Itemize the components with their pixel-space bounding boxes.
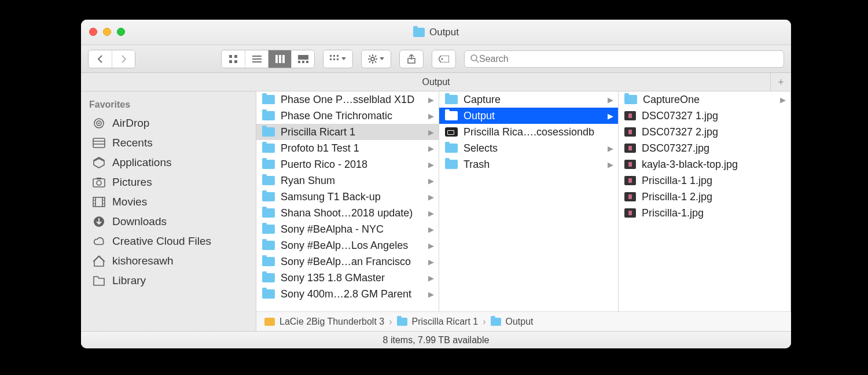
file-row[interactable]: Priscilla Rica….cosessiondb [439, 124, 618, 140]
search-input[interactable] [479, 54, 778, 64]
sidebar-item-label: Pictures [112, 176, 152, 189]
svg-rect-14 [330, 55, 332, 57]
column-2[interactable]: Capture▶Output▶Priscilla Rica….cosession… [439, 91, 619, 331]
folder-icon [262, 111, 275, 120]
sidebar-item-label: Movies [112, 196, 147, 208]
svg-point-40 [97, 181, 101, 185]
file-row[interactable]: Sony #BeAlpha - NYC▶ [256, 221, 439, 237]
action-group [361, 50, 391, 68]
sidebar-item-applications[interactable]: Applications [81, 153, 256, 172]
icon-view-button[interactable] [222, 50, 245, 68]
file-label: Capture [464, 94, 602, 106]
file-label: Sony 400m…2.8 GM Parent [281, 288, 422, 300]
file-row[interactable]: Shana Shoot…2018 update)▶ [256, 205, 439, 221]
sidebar-item-label: Library [112, 274, 146, 287]
window-title-text: Output [429, 27, 459, 38]
file-row[interactable]: Sony #BeAlp…Los Angeles▶ [256, 237, 439, 253]
svg-rect-3 [234, 60, 237, 63]
file-row[interactable]: Output▶ [439, 108, 618, 124]
action-button[interactable] [362, 50, 391, 68]
creative-cloud-icon [93, 235, 105, 248]
file-label: DSC07327 1.jpg [642, 110, 786, 122]
minimize-button[interactable] [103, 28, 111, 36]
file-row[interactable]: Ryan Shum▶ [256, 172, 439, 189]
path-segment[interactable]: LaCie 2Big Thunderbolt 3 [279, 317, 384, 327]
path-separator: › [389, 317, 392, 327]
column-browser: Phase One P…sselblad X1D▶Phase One Trich… [256, 91, 791, 331]
new-tab-button[interactable]: + [770, 73, 791, 91]
sidebar-item-library[interactable]: Library [81, 271, 256, 291]
sidebar-item-airdrop[interactable]: AirDrop [81, 113, 256, 133]
file-row[interactable]: Priscilla-1 1.jpg [619, 172, 790, 189]
body: Favorites AirDropRecentsApplicationsPict… [81, 91, 791, 331]
recents-icon [93, 137, 105, 149]
file-row[interactable]: Sony #BeAlp…an Francisco▶ [256, 253, 439, 270]
share-button[interactable] [400, 50, 423, 68]
column-1[interactable]: Phase One P…sselblad X1D▶Phase One Trich… [256, 91, 439, 331]
maximize-button[interactable] [117, 28, 125, 36]
close-button[interactable] [89, 28, 97, 36]
chevron-right-icon: ▶ [608, 144, 613, 153]
svg-rect-12 [302, 61, 304, 63]
path-segment[interactable]: Output [506, 317, 534, 327]
file-row[interactable]: Priscilla-1 2.jpg [619, 189, 790, 205]
svg-rect-7 [275, 55, 278, 63]
sidebar-item-creative-cloud[interactable]: Creative Cloud Files [81, 231, 256, 251]
back-button[interactable] [89, 50, 112, 68]
file-row[interactable]: Sony 135 1.8 GMaster▶ [256, 270, 439, 286]
arrange-button[interactable] [323, 50, 352, 68]
sidebar-item-downloads[interactable]: Downloads [81, 212, 256, 231]
file-row[interactable]: Priscilla-1.jpg [619, 205, 790, 221]
chevron-right-icon: ▶ [428, 95, 434, 104]
file-row[interactable]: DSC07327.jpg [619, 140, 790, 156]
sidebar-item-pictures[interactable]: Pictures [81, 172, 256, 192]
tags-button[interactable] [432, 50, 455, 68]
search-field[interactable] [464, 50, 784, 68]
tab-output[interactable]: Output [422, 77, 450, 87]
folder-icon [262, 95, 275, 104]
file-row[interactable]: Phase One P…sselblad X1D▶ [256, 91, 439, 108]
file-row[interactable]: CaptureOne▶ [619, 91, 790, 108]
finder-window: Output [81, 20, 791, 348]
column-3[interactable]: CaptureOne▶DSC07327 1.jpgDSC07327 2.jpgD… [619, 91, 791, 331]
nav-group [88, 50, 135, 68]
gallery-view-button[interactable] [291, 50, 314, 68]
forward-button[interactable] [112, 50, 135, 68]
chevron-right-icon: ▶ [608, 160, 613, 169]
sidebar-item-movies[interactable]: Movies [81, 192, 256, 212]
file-row[interactable]: kayla-3-black-top.jpg [619, 156, 790, 172]
file-row[interactable]: Priscilla Ricart 1▶ [256, 124, 439, 140]
file-row[interactable]: Sony 400m…2.8 GM Parent▶ [256, 286, 439, 302]
svg-line-51 [99, 256, 105, 262]
chevron-right-icon: ▶ [428, 193, 434, 201]
svg-rect-13 [306, 61, 308, 63]
chevron-right-icon: ▶ [428, 225, 434, 234]
sidebar-item-home[interactable]: kishoresawh [81, 251, 256, 271]
chevron-right-icon: ▶ [780, 95, 786, 104]
path-segment[interactable]: Priscilla Ricart 1 [412, 317, 479, 327]
drive-icon [264, 318, 275, 326]
file-row[interactable]: Phase One Trichromatic▶ [256, 108, 439, 124]
sidebar-item-recents[interactable]: Recents [81, 133, 256, 153]
file-row[interactable]: Samsung T1 Back-up▶ [256, 189, 439, 205]
sidebar-item-label: Recents [112, 137, 153, 149]
search-icon [470, 54, 479, 63]
sidebar-item-label: Applications [112, 156, 171, 169]
folder-icon [491, 318, 501, 326]
folder-icon [262, 192, 275, 201]
file-row[interactable]: Trash▶ [439, 156, 618, 172]
file-row[interactable]: DSC07327 1.jpg [619, 108, 790, 124]
column-view-button[interactable] [268, 50, 291, 68]
file-row[interactable]: Profoto b1 Test 1▶ [256, 140, 439, 156]
share-group [399, 50, 424, 68]
list-view-button[interactable] [245, 50, 268, 68]
file-row[interactable]: DSC07327 2.jpg [619, 124, 790, 140]
folder-icon [262, 289, 275, 299]
file-row[interactable]: Selects▶ [439, 140, 618, 156]
folder-icon [262, 241, 275, 250]
svg-line-28 [375, 56, 376, 57]
tag-icon [439, 56, 449, 62]
file-row[interactable]: Puerto Rico - 2018▶ [256, 156, 439, 172]
file-row[interactable]: Capture▶ [439, 91, 618, 108]
tab-bar: Output + [81, 73, 791, 91]
